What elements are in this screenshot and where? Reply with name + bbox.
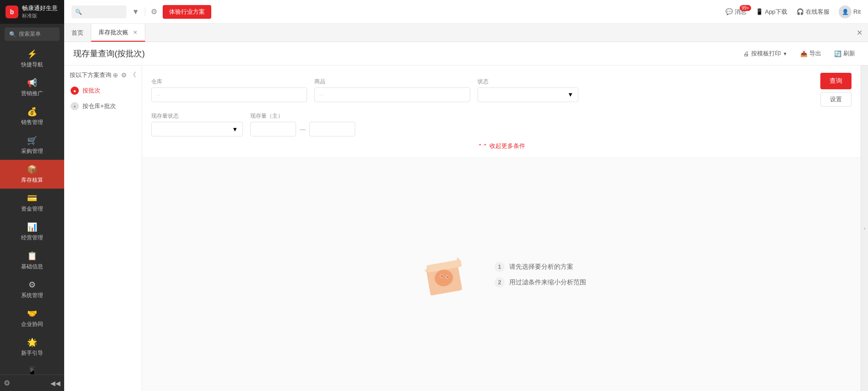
sidebar-item-quick-nav[interactable]: ⚡ 快捷导航 <box>0 44 64 73</box>
footer-collapse-icon[interactable]: ◀◀ <box>50 380 60 387</box>
topbar: 🔍 ▼ ⚙ 体验行业方案 💬 消息 99+ 📱 App下载 🎧 在线客服 👤 <box>64 0 868 24</box>
warehouse-input[interactable]: ··· <box>151 87 307 102</box>
company-name: 畅康通好生意 <box>22 5 58 12</box>
empty-tips: 1 请先选择要分析的方案 2 用过滤条件来缩小分析范围 <box>494 262 586 288</box>
topbar-search-icon: 🔍 <box>75 9 82 15</box>
filter-row-2: 现存量状态 ▼ 现存量（主） — <box>151 112 852 136</box>
filter-section: 仓库 ··· 商品 ··· <box>142 65 861 158</box>
inventory-qty-to[interactable] <box>309 122 355 136</box>
sidebar-item-label: 新手引导 <box>21 349 43 357</box>
online-service-button[interactable]: 🎧 在线客服 <box>797 8 830 16</box>
sidebar-item-marketing[interactable]: 📢 营销推广 <box>0 73 64 102</box>
collapse-btn[interactable]: ⌃⌃ 收起更多条件 <box>151 142 852 150</box>
product-dots: ··· <box>319 92 324 98</box>
topbar-dropdown-icon[interactable]: ▼ <box>132 8 139 16</box>
inventory-status-label: 现存量状态 <box>151 112 243 120</box>
add-plan-icon[interactable]: ⊕ <box>113 71 118 79</box>
sidebar-item-system[interactable]: ⚙ 系统管理 <box>0 275 64 304</box>
page-header: 现存量查询(按批次) 🖨 按模板打印 ▼ 📤 导出 🔄 刷新 <box>64 42 868 65</box>
empty-illustration: ✦ ✦ <box>417 245 476 304</box>
svg-text:✦: ✦ <box>423 268 427 273</box>
user-name: Rit <box>853 8 861 15</box>
refresh-icon: 🔄 <box>834 50 841 57</box>
export-icon: 📤 <box>800 50 808 57</box>
tab-batch[interactable]: 库存批次账 ✕ <box>91 24 145 42</box>
sidebar-item-finance[interactable]: 💳 资金管理 <box>0 189 64 217</box>
content-body: 按以下方案查询 ⊕ ⚙ 《 ● 按批次 ● 按仓库+批次 <box>64 65 868 391</box>
app-logo: b <box>5 5 18 18</box>
footer-settings-icon[interactable]: ⚙ <box>4 379 10 387</box>
collapse-panel-icon[interactable]: 《 <box>130 71 136 79</box>
sidebar-item-collab[interactable]: 🤝 企业协同 <box>0 304 64 333</box>
print-template-button[interactable]: 🖨 按模板打印 ▼ <box>740 48 791 60</box>
plan-dot-active: ● <box>71 87 79 95</box>
sidebar-item-label: 采购管理 <box>21 147 43 155</box>
topbar-gear-icon[interactable]: ⚙ <box>151 7 157 16</box>
sidebar-footer: ⚙ ◀◀ <box>0 375 64 391</box>
sidebar-item-guide[interactable]: 🌟 新手引导 <box>0 333 64 362</box>
page-content: 现存量查询(按批次) 🖨 按模板打印 ▼ 📤 导出 🔄 刷新 <box>64 42 868 391</box>
system-icon: ⚙ <box>28 280 36 290</box>
inventory-qty-from[interactable] <box>250 122 296 136</box>
product-input[interactable]: ··· <box>314 87 470 102</box>
sidebar-item-label: 快捷导航 <box>21 61 43 69</box>
status-label: 状态 <box>478 78 578 86</box>
empty-tip-2: 2 用过滤条件来缩小分析范围 <box>494 277 586 288</box>
empty-icon-svg: ✦ ✦ <box>417 245 476 304</box>
user-menu[interactable]: 👤 Rit <box>839 5 861 18</box>
finance-icon: 💳 <box>27 193 37 203</box>
topbar-search[interactable]: 🔍 <box>71 5 126 18</box>
sidebar-item-label: 经营管理 <box>21 234 43 242</box>
headset-icon: 🎧 <box>797 8 804 15</box>
warehouse-label: 仓库 <box>151 78 307 86</box>
sidebar-item-apps[interactable]: 📱 应用中心 <box>0 362 64 375</box>
plan-item-by-batch[interactable]: ● 按批次 <box>64 83 142 98</box>
sidebar-item-label: 系统管理 <box>21 292 43 299</box>
plan-item-by-warehouse-batch[interactable]: ● 按仓库+批次 <box>64 98 142 114</box>
print-dropdown-icon: ▼ <box>783 51 787 56</box>
collab-icon: 🤝 <box>27 309 37 319</box>
left-panel: 按以下方案查询 ⊕ ⚙ 《 ● 按批次 ● 按仓库+批次 <box>64 65 142 391</box>
tab-close-icon[interactable]: ✕ <box>133 29 137 36</box>
app-download-button[interactable]: 📱 App下载 <box>756 8 787 16</box>
sidebar-item-inventory[interactable]: 📦 库存核算 <box>0 160 64 189</box>
refresh-button[interactable]: 🔄 刷新 <box>830 48 859 60</box>
online-service-label: 在线客服 <box>806 8 830 16</box>
close-all-icon[interactable]: ✕ <box>857 28 863 37</box>
plan-dot-inactive: ● <box>71 102 79 110</box>
sidebar-item-purchase[interactable]: 🛒 采购管理 <box>0 131 64 160</box>
sidebar-item-basic[interactable]: 📋 基础信息 <box>0 246 64 275</box>
main-area: 🔍 ▼ ⚙ 体验行业方案 💬 消息 99+ 📱 App下载 🎧 在线客服 👤 <box>64 0 868 391</box>
trial-button[interactable]: 体验行业方案 <box>163 5 211 19</box>
right-collapse-icon: › <box>864 225 866 232</box>
user-avatar: 👤 <box>839 5 852 18</box>
sidebar: b 畅康通好生意 标准版 🔍 搜索菜单 ⚡ 快捷导航 📢 营销推广 💰 销售管理… <box>0 0 64 391</box>
messages-button[interactable]: 💬 消息 99+ <box>725 8 747 16</box>
query-button[interactable]: 查询 <box>820 73 852 89</box>
tab-home[interactable]: 首页 <box>64 24 91 42</box>
product-label: 商品 <box>314 78 470 86</box>
settings-button[interactable]: 设置 <box>820 92 852 107</box>
status-select[interactable]: ▼ <box>478 87 578 102</box>
basic-icon: 📋 <box>27 251 37 261</box>
tip-text-1: 请先选择要分析的方案 <box>509 263 573 271</box>
export-button[interactable]: 📤 导出 <box>797 48 825 60</box>
sidebar-item-label: 销售管理 <box>21 119 43 126</box>
tab-bar: 首页 库存批次账 ✕ ✕ <box>64 24 868 42</box>
inventory-status-arrow-icon: ▼ <box>232 126 238 133</box>
guide-icon: 🌟 <box>27 337 37 348</box>
tab-home-label: 首页 <box>71 29 83 37</box>
sidebar-item-operations[interactable]: 📊 经营管理 <box>0 217 64 246</box>
sidebar-item-label: 营销推广 <box>21 90 43 98</box>
sidebar-item-sales[interactable]: 💰 销售管理 <box>0 102 64 131</box>
operations-icon: 📊 <box>27 222 37 232</box>
app-version: 标准版 <box>22 12 58 19</box>
settings-plan-icon[interactable]: ⚙ <box>121 71 127 79</box>
sidebar-search[interactable]: 🔍 搜索菜单 <box>5 27 60 41</box>
tip-text-2: 用过滤条件来缩小分析范围 <box>509 278 586 287</box>
sidebar-item-label: 企业协同 <box>21 320 43 328</box>
inventory-status-select[interactable]: ▼ <box>151 122 243 136</box>
right-edge-collapse[interactable]: › <box>861 65 868 391</box>
purchase-icon: 🛒 <box>27 136 37 146</box>
empty-state: ✦ ✦ 1 请先选择要分析的方案 2 用过滤条件来缩小分析范围 <box>142 158 861 391</box>
